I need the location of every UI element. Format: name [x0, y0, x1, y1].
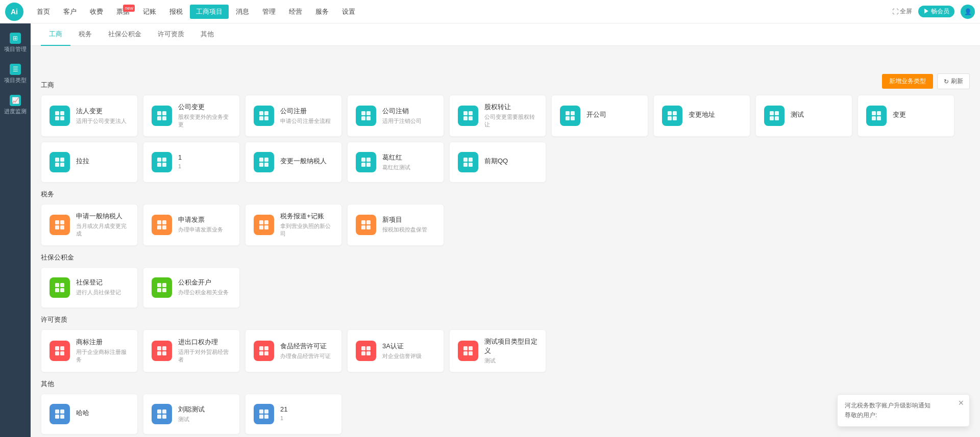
card-icon [356, 106, 376, 126]
section-title-工商: 工商 [41, 81, 970, 90]
svg-rect-103 [60, 415, 64, 419]
svg-rect-24 [668, 111, 672, 115]
svg-rect-82 [55, 351, 59, 355]
card-测试[interactable]: 测试 [755, 95, 852, 137]
card-社保登记[interactable]: 社保登记进行人员社保登记 [41, 267, 138, 308]
svg-rect-75 [60, 288, 64, 292]
card-name: 商标注册 [76, 338, 129, 347]
card-葛红红[interactable]: 葛红红葛红红测试 [347, 142, 444, 183]
card-icon [254, 215, 274, 235]
nav-item-记账[interactable]: 记账 [137, 5, 162, 19]
card-公积金开户[interactable]: 公积金开户办理公积金相关业务 [143, 267, 240, 308]
nav-item-消息[interactable]: 消息 [230, 5, 255, 19]
notification-close-button[interactable]: ✕ [958, 399, 964, 407]
svg-rect-86 [157, 351, 161, 355]
card-desc: 用于企业商标注册服务 [76, 348, 129, 364]
card-公司注册[interactable]: 公司注册申请公司注册全流程 [245, 95, 342, 137]
svg-rect-102 [55, 415, 59, 419]
svg-rect-57 [60, 220, 64, 224]
fullscreen-label: 全屏 [900, 7, 912, 16]
sidebar-item-项目管理[interactable]: ⊞项目管理 [2, 29, 29, 57]
svg-rect-84 [157, 346, 161, 350]
card-name: 申请一般纳税人 [76, 212, 129, 221]
card-name: 哈哈 [76, 408, 89, 418]
card-新项目[interactable]: 新项目报税加税控盘保管 [347, 204, 444, 246]
tab-工商[interactable]: 工商 [41, 23, 70, 46]
card-3A认证[interactable]: 3A认证对企业信誉评级 [347, 329, 444, 372]
nav-item-首页[interactable]: 首页 [31, 5, 56, 19]
card-name: 税务报道+记账 [280, 212, 333, 221]
card-申请发票[interactable]: 申请发票办理申请发票业务 [143, 204, 240, 246]
card-刘聪测试[interactable]: 刘聪测试测试 [143, 394, 240, 434]
svg-rect-0 [55, 111, 59, 115]
tab-其他[interactable]: 其他 [192, 23, 222, 46]
svg-rect-41 [162, 158, 166, 162]
card-1[interactable]: 11 [143, 142, 240, 183]
card-开公司[interactable]: 开公司 [551, 95, 648, 137]
card-公司注销[interactable]: 公司注销适用于注销公司 [347, 95, 444, 137]
notification-text: 河北税务数字账户升级影响通知 尊敬的用户: [845, 401, 962, 420]
tab-税务[interactable]: 税务 [70, 23, 100, 46]
card-name: 测试项目类型目定义 [484, 337, 537, 355]
card-股权转让[interactable]: 股权转让公司变更需要股权转让 [449, 95, 546, 137]
svg-rect-85 [162, 346, 166, 350]
svg-rect-51 [366, 163, 371, 167]
section-title-其他: 其他 [41, 379, 970, 389]
card-税务报道+记账[interactable]: 税务报道+记账拿到营业执照的新公司 [245, 204, 342, 246]
card-变更地址[interactable]: 变更地址 [653, 95, 750, 137]
fullscreen-btn[interactable]: ⛶ 全屏 [892, 7, 912, 16]
card-desc: 公司变更需要股权转让 [484, 113, 537, 129]
svg-rect-31 [775, 116, 779, 120]
card-name: 申请发票 [178, 215, 223, 224]
nav-item-工商项目[interactable]: 工商项目 [190, 5, 229, 19]
card-拉拉[interactable]: 拉拉 [41, 142, 138, 183]
card-前期QQ[interactable]: 前期QQ [449, 142, 546, 183]
card-icon [356, 341, 376, 361]
card-进出口权办理[interactable]: 进出口权办理适用于对外贸易经营者 [143, 329, 240, 372]
svg-rect-23 [571, 116, 575, 120]
card-name: 公司注册 [280, 107, 331, 116]
svg-rect-59 [60, 225, 64, 229]
card-21[interactable]: 211 [245, 394, 342, 434]
card-商标注册[interactable]: 商标注册用于企业商标注册服务 [41, 329, 138, 372]
sidebar-label: 进度监测 [4, 108, 27, 115]
nav-item-票据[interactable]: 票据new [110, 5, 136, 19]
svg-rect-56 [55, 220, 59, 224]
refresh-button[interactable]: ↻ 刷新 [937, 73, 970, 89]
svg-rect-69 [366, 220, 371, 224]
card-哈哈[interactable]: 哈哈 [41, 394, 138, 434]
nav-item-服务[interactable]: 服务 [309, 5, 335, 19]
svg-rect-26 [668, 116, 672, 120]
nav-item-管理[interactable]: 管理 [256, 5, 282, 19]
svg-rect-13 [366, 111, 371, 115]
card-text: 3A认证对企业信誉评级 [382, 342, 422, 360]
svg-rect-38 [55, 163, 59, 167]
card-法人变更[interactable]: 法人变更适用于公司变更法人 [41, 95, 138, 137]
sidebar-item-进度监测[interactable]: 📈进度监测 [2, 91, 29, 119]
vip-button[interactable]: ▶ 畅会员 [918, 6, 954, 17]
svg-rect-42 [157, 163, 161, 167]
avatar[interactable]: 👤 [961, 5, 975, 19]
nav-item-设置[interactable]: 设置 [336, 5, 361, 19]
card-desc: 申请公司注册全流程 [280, 117, 331, 125]
notification-sub: 尊敬的用户: [845, 410, 962, 420]
nav-item-客户[interactable]: 客户 [57, 5, 83, 19]
card-申请一般纳税人[interactable]: 申请一般纳税人当月或次月成变更完成 [41, 204, 138, 246]
nav-item-报税[interactable]: 报税 [163, 5, 189, 19]
card-变更[interactable]: 变更 [857, 95, 954, 137]
card-公司变更[interactable]: 公司变更股权变更外的业务变更 [143, 95, 240, 137]
section-title-许可资质: 许可资质 [41, 315, 970, 324]
card-变更一般纳税人[interactable]: 变更一般纳税人 [245, 142, 342, 183]
tab-社保公积金[interactable]: 社保公积金 [100, 23, 150, 46]
svg-rect-30 [770, 116, 774, 120]
add-type-button[interactable]: 新增业务类型 [882, 74, 933, 89]
nav-item-经营[interactable]: 经营 [283, 5, 308, 19]
card-text: 葛红红葛红红测试 [382, 153, 410, 171]
sidebar-item-项目类型[interactable]: ☰项目类型 [2, 60, 29, 88]
card-食品经营许可证[interactable]: 食品经营许可证办理食品经营许可证 [245, 329, 342, 372]
card-desc: 适用于公司变更法人 [76, 117, 127, 125]
tab-许可资质[interactable]: 许可资质 [150, 23, 192, 46]
card-测试项目类型目定义[interactable]: 测试项目类型目定义测试 [449, 329, 546, 372]
tabs-bar: 工商税务社保公积金许可资质其他 [31, 23, 980, 46]
nav-item-收费[interactable]: 收费 [84, 5, 109, 19]
